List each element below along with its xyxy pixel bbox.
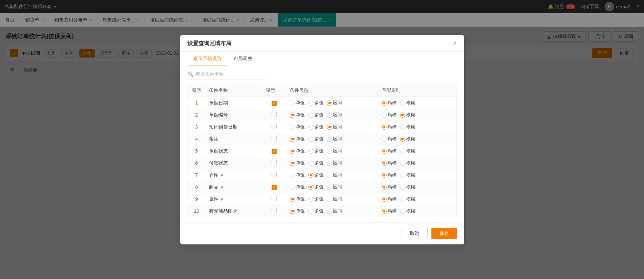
type-radio-item[interactable]: 单值 [290, 124, 305, 130]
radio-circle [400, 137, 405, 142]
type-radio-item[interactable]: 区间 [327, 124, 342, 130]
match-radio-group: 精确模糊 [382, 124, 453, 130]
type-radio-item[interactable]: 区间 [327, 100, 342, 106]
match-radio-item[interactable]: 精确 [382, 172, 396, 178]
show-checkbox[interactable] [272, 185, 277, 190]
cell-show[interactable] [262, 97, 286, 109]
modal-tab-layout[interactable]: 布局调整 [228, 52, 258, 66]
radio-circle [327, 161, 332, 166]
save-btn[interactable]: 保存 [431, 228, 457, 239]
match-radio-item[interactable]: 模糊 [400, 148, 415, 154]
type-radio-item[interactable]: 多值 [308, 208, 323, 214]
match-radio-item[interactable]: 精确 [382, 208, 396, 214]
show-checkbox[interactable] [272, 136, 277, 141]
match-radio-item[interactable]: 模糊 [400, 136, 415, 142]
type-radio-item[interactable]: 区间 [327, 172, 342, 178]
type-radio-item[interactable]: 多值 [308, 136, 323, 142]
type-radio-item[interactable]: 多值 [308, 100, 323, 106]
match-radio-item[interactable]: 模糊 [400, 172, 415, 178]
match-radio-item[interactable]: 模糊 [400, 196, 415, 202]
type-radio-item[interactable]: 多值 [308, 148, 323, 154]
cell-type: 单值多值区间 [286, 121, 378, 133]
show-checkbox[interactable] [272, 160, 277, 165]
radio-circle [382, 161, 387, 166]
radio-circle [308, 113, 313, 118]
cell-show[interactable] [262, 193, 286, 205]
cell-show[interactable] [262, 133, 286, 145]
cell-show[interactable] [262, 205, 286, 217]
radio-circle [327, 137, 332, 142]
cell-show[interactable] [262, 181, 286, 193]
radio-circle [327, 101, 332, 106]
type-radio-item[interactable]: 单值 [290, 208, 305, 214]
show-checkbox[interactable] [272, 196, 277, 201]
show-checkbox[interactable] [272, 172, 277, 177]
radio-circle [400, 173, 405, 178]
modal-tabs: 查询字段设置 布局调整 [180, 52, 464, 66]
type-radio-item[interactable]: 区间 [327, 208, 342, 214]
match-radio-item[interactable]: 精确 [382, 160, 396, 166]
match-radio-item[interactable]: 精确 [382, 148, 396, 154]
table-scroll-wrapper[interactable]: 1单据日期单值多值区间精确模糊2单据编号单值多值区间精确模糊3预计到货日期单值多… [187, 97, 457, 217]
match-radio-item[interactable]: 精确 [382, 124, 396, 130]
radio-circle [290, 101, 295, 106]
match-radio-item[interactable]: 精确 [382, 136, 396, 142]
type-radio-item[interactable]: 多值 [308, 160, 323, 166]
type-radio-item[interactable]: 区间 [327, 184, 342, 190]
radio-circle [327, 197, 332, 202]
table-row: 2单据编号单值多值区间精确模糊 [188, 109, 456, 121]
match-radio-item[interactable]: 精确 [382, 184, 396, 190]
type-radio-item[interactable]: 区间 [327, 148, 342, 154]
show-checkbox[interactable] [272, 149, 277, 154]
type-radio-item[interactable]: 单值 [290, 112, 305, 118]
cell-order: 7 [188, 169, 205, 181]
match-radio-item[interactable]: 模糊 [400, 160, 415, 166]
match-radio-item[interactable]: 模糊 [400, 112, 415, 118]
radio-label: 区间 [333, 160, 342, 166]
match-radio-item[interactable]: 精确 [382, 196, 396, 202]
show-checkbox[interactable] [272, 208, 277, 213]
search-input[interactable] [195, 71, 261, 77]
type-radio-item[interactable]: 多值 [308, 112, 323, 118]
match-radio-item[interactable]: 精确 [382, 112, 396, 118]
type-radio-item[interactable]: 单值 [290, 160, 305, 166]
match-radio-item[interactable]: 精确 [382, 100, 396, 106]
match-radio-item[interactable]: 模糊 [400, 100, 415, 106]
match-radio-item[interactable]: 模糊 [400, 184, 415, 190]
type-radio-item[interactable]: 单值 [290, 184, 305, 190]
cell-order: 10 [188, 205, 205, 217]
cell-order: 4 [188, 133, 205, 145]
search-icon: 🔍 [187, 71, 193, 77]
type-radio-item[interactable]: 单值 [290, 196, 305, 202]
cancel-btn[interactable]: 取消 [402, 228, 428, 239]
type-radio-item[interactable]: 多值 [308, 172, 323, 178]
type-radio-item[interactable]: 单值 [290, 172, 305, 178]
radio-label: 区间 [333, 196, 342, 202]
cell-show[interactable] [262, 145, 286, 157]
radio-label: 精确 [388, 196, 396, 202]
cell-show[interactable] [262, 109, 286, 121]
type-radio-item[interactable]: 单值 [290, 136, 305, 142]
show-checkbox[interactable] [272, 112, 277, 117]
type-radio-item[interactable]: 多值 [308, 124, 323, 130]
cell-show[interactable] [262, 121, 286, 133]
match-radio-item[interactable]: 模糊 [400, 208, 415, 214]
cell-show[interactable] [262, 157, 286, 169]
show-checkbox[interactable] [272, 124, 277, 129]
modal-tab-query[interactable]: 查询字段设置 [187, 52, 228, 66]
cell-type: 单值多值区间 [286, 97, 378, 109]
type-radio-item[interactable]: 多值 [308, 196, 323, 202]
show-checkbox[interactable] [272, 101, 277, 106]
cell-show[interactable] [262, 169, 286, 181]
radio-circle [400, 113, 405, 118]
type-radio-item[interactable]: 区间 [327, 160, 342, 166]
type-radio-item[interactable]: 单值 [290, 100, 305, 106]
match-radio-item[interactable]: 模糊 [400, 124, 415, 130]
type-radio-item[interactable]: 区间 [327, 112, 342, 118]
modal-close-btn[interactable]: × [453, 40, 457, 47]
type-radio-item[interactable]: 区间 [327, 136, 342, 142]
type-radio-item[interactable]: 区间 [327, 196, 342, 202]
type-radio-item[interactable]: 多值 [308, 184, 323, 190]
type-radio-item[interactable]: 单值 [290, 148, 305, 154]
cell-order: 9 [188, 193, 205, 205]
